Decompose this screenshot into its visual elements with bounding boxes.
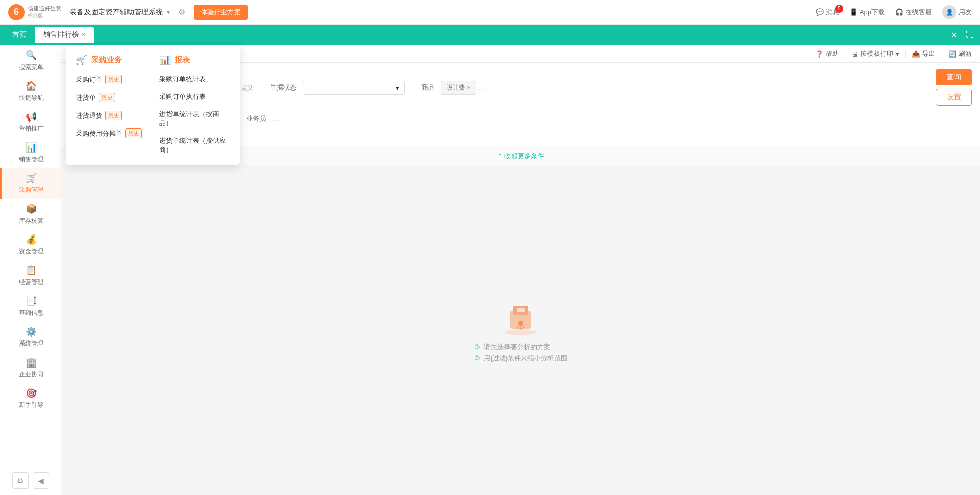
refresh-button[interactable]: 🔄 刷新 bbox=[948, 49, 972, 58]
goods-more-icon[interactable]: ... bbox=[478, 83, 485, 92]
sidebar-item-nav[interactable]: 🏠 快捷导航 bbox=[0, 76, 61, 106]
query-button[interactable]: 查询 bbox=[936, 69, 972, 85]
select-dropdown-icon: ▾ bbox=[396, 84, 399, 92]
empty-illustration bbox=[495, 295, 546, 336]
app-download-item[interactable]: 📱 App下载 bbox=[849, 8, 885, 17]
search-icon: 🔍 bbox=[26, 50, 37, 61]
message-icon-item[interactable]: 💬 消息 5 bbox=[816, 8, 839, 17]
empty-state: ① 请先选择要分析的方案 ② 用[过滤]条件来缩小分析范围 bbox=[61, 165, 980, 495]
goods-label: 商品 bbox=[421, 83, 435, 92]
history-tag-1: 历史 bbox=[105, 75, 122, 84]
dropdown-cols: 🛒 采购业务 采购订单 历史 进货单 历史 进货退货 历史 采购费用分摊单 历史 bbox=[66, 51, 240, 159]
enterprise-icon: 🏢 bbox=[26, 357, 37, 368]
goods-tag-close-icon[interactable]: × bbox=[467, 84, 471, 91]
marketing-icon: 📢 bbox=[26, 111, 37, 122]
dropdown-item-stock-in[interactable]: 进货单 历史 bbox=[72, 89, 151, 106]
sidebar-bottom: ⚙ ◀ bbox=[0, 466, 61, 495]
dropdown-item-stock-stat-supplier[interactable]: 进货单统计表（按供应商） bbox=[155, 132, 234, 159]
dropdown-item-order-stat[interactable]: 采购订单统计表 bbox=[155, 71, 234, 88]
headset-icon: 🎧 bbox=[895, 8, 903, 16]
status-label: 单据状态 bbox=[270, 83, 296, 92]
logo-text: 畅捷通好生意 标准版 bbox=[28, 5, 61, 19]
sales-icon: 📊 bbox=[26, 142, 37, 153]
dropdown-item-stock-return[interactable]: 进货退货 历史 bbox=[72, 106, 151, 124]
sidebar-item-finance[interactable]: 💰 资金管理 bbox=[0, 229, 61, 260]
top-header: 6 畅捷通好生意 标准版 装备及固定资产辅助管理系统 ▾ ⚙ 体验行业方案 💬 … bbox=[0, 0, 980, 25]
sidebar: 🔍 搜索菜单 🏠 快捷导航 📢 营销推广 📊 销售管理 🛒 采购管理 📦 库存核… bbox=[0, 45, 61, 495]
staff-more-icon[interactable]: ... bbox=[272, 114, 279, 123]
dropdown-item-purchase-order[interactable]: 采购订单 历史 bbox=[72, 71, 151, 89]
finance-icon: 💰 bbox=[26, 234, 37, 245]
report-col-icon: 📊 bbox=[159, 54, 171, 66]
help-button[interactable]: ❓ 帮助 bbox=[815, 49, 839, 58]
set-button[interactable]: 设置 bbox=[936, 89, 972, 106]
trial-button[interactable]: 体验行业方案 bbox=[194, 5, 248, 20]
sidebar-item-sales[interactable]: 📊 销售管理 bbox=[0, 137, 61, 168]
phone-icon: 📱 bbox=[849, 8, 858, 16]
export-icon: 📤 bbox=[912, 50, 920, 58]
dropdown-item-order-exec[interactable]: 采购订单执行表 bbox=[155, 88, 234, 105]
tab-close-icon[interactable]: × bbox=[82, 31, 86, 38]
history-tag-3: 历史 bbox=[105, 111, 122, 120]
chat-icon: 💬 bbox=[816, 8, 824, 16]
sidebar-item-search[interactable]: 🔍 搜索菜单 bbox=[0, 45, 61, 76]
sidebar-item-operation[interactable]: 📋 经营管理 bbox=[0, 260, 61, 291]
logo-title: 畅捷通好生意 bbox=[28, 5, 61, 12]
goods-tag: 设计费 × bbox=[441, 81, 476, 95]
print-dropdown-icon[interactable]: ▾ bbox=[896, 50, 899, 58]
tab-home[interactable]: 首页 bbox=[4, 27, 35, 43]
service-item[interactable]: 🎧 在线客服 bbox=[895, 8, 932, 17]
dropdown-col-report: 📊 报表 采购订单统计表 采购订单执行表 进货单统计表（按商品） 进货单统计表（… bbox=[155, 51, 234, 159]
print-button[interactable]: 🖨 按模板打印 ▾ bbox=[851, 49, 899, 58]
tab-close-button[interactable]: ✕ bbox=[949, 28, 960, 42]
toolbar-divider-1 bbox=[845, 50, 845, 58]
toolbar-divider-3 bbox=[942, 50, 942, 58]
tab-expand-icon[interactable]: ⛶ bbox=[964, 28, 976, 41]
help-icon: ❓ bbox=[815, 50, 823, 58]
print-icon: 🖨 bbox=[851, 50, 858, 58]
purchase-icon: 🛒 bbox=[26, 173, 37, 184]
logo-icon: 6 bbox=[8, 4, 25, 20]
history-tag-4: 历史 bbox=[125, 128, 142, 138]
avatar: 👤 bbox=[942, 5, 956, 19]
status-select[interactable]: ... ▾ bbox=[303, 81, 405, 95]
basic-icon: 📑 bbox=[26, 295, 37, 307]
filter-actions: 查询 设置 bbox=[936, 69, 972, 106]
dropdown-item-purchase-expense[interactable]: 采购费用分摊单 历史 bbox=[72, 124, 151, 142]
gear-icon[interactable]: ⚙ bbox=[178, 7, 185, 17]
guide-icon: 🎯 bbox=[26, 388, 37, 399]
svg-rect-3 bbox=[517, 308, 525, 312]
staff-label: 业务员 bbox=[246, 114, 266, 123]
tab-bar: 首页 销售排行榜 × ✕ ⛶ bbox=[0, 25, 980, 45]
header-right: 💬 消息 5 📱 App下载 🎧 在线客服 👤 用友 bbox=[816, 5, 972, 19]
message-badge: 5 bbox=[835, 5, 843, 13]
sidebar-item-system[interactable]: ⚙️ 系统管理 bbox=[0, 321, 61, 352]
home-icon: 🏠 bbox=[26, 80, 37, 92]
sidebar-item-basic[interactable]: 📑 基础信息 bbox=[0, 291, 61, 321]
history-tag-2: 历史 bbox=[99, 93, 115, 102]
sidebar-item-inventory[interactable]: 📦 库存核算 bbox=[0, 199, 61, 229]
inventory-icon: 📦 bbox=[26, 203, 37, 214]
sidebar-item-guide[interactable]: 🎯 新手引导 bbox=[0, 383, 61, 414]
toolbar-divider-2 bbox=[905, 50, 906, 58]
dropdown-divider bbox=[153, 51, 153, 159]
goods-filter-area: 设计费 × ... bbox=[441, 81, 485, 95]
sidebar-settings-btn[interactable]: ⚙ bbox=[12, 472, 29, 489]
dropdown-col-purchase-header: 🛒 采购业务 bbox=[72, 51, 151, 71]
tab-bar-right: ✕ ⛶ bbox=[949, 28, 976, 42]
export-button[interactable]: 📤 导出 bbox=[912, 49, 935, 58]
sidebar-item-marketing[interactable]: 📢 营销推广 bbox=[0, 106, 61, 137]
tab-sales-rank[interactable]: 销售排行榜 × bbox=[35, 27, 94, 43]
system-name: 装备及固定资产辅助管理系统 ▾ ⚙ bbox=[70, 7, 185, 17]
user-item[interactable]: 👤 用友 bbox=[942, 5, 972, 19]
logo-subtitle: 标准版 bbox=[28, 12, 61, 19]
sidebar-item-purchase[interactable]: 🛒 采购管理 bbox=[0, 168, 61, 199]
refresh-icon: 🔄 bbox=[948, 50, 956, 58]
dropdown-arrow-icon[interactable]: ▾ bbox=[167, 9, 170, 16]
dropdown-col-purchase: 🛒 采购业务 采购订单 历史 进货单 历史 进货退货 历史 采购费用分摊单 历史 bbox=[72, 51, 151, 159]
logo-area: 6 畅捷通好生意 标准版 bbox=[8, 4, 70, 20]
system-icon: ⚙️ bbox=[26, 326, 37, 337]
sidebar-collapse-btn[interactable]: ◀ bbox=[33, 472, 49, 489]
sidebar-item-enterprise[interactable]: 🏢 企业协同 bbox=[0, 352, 61, 383]
dropdown-item-stock-stat-goods[interactable]: 进货单统计表（按商品） bbox=[155, 105, 234, 132]
